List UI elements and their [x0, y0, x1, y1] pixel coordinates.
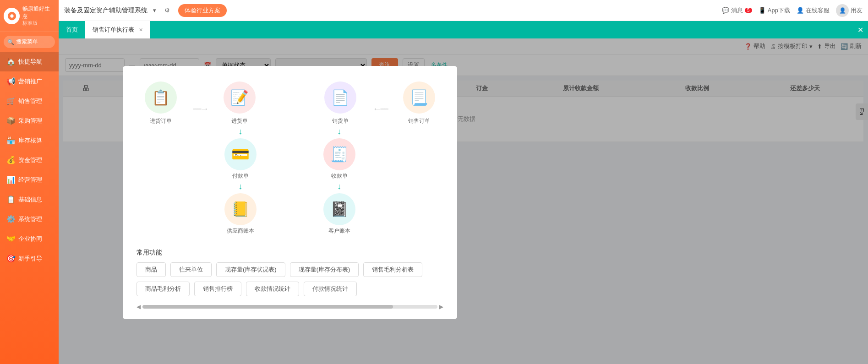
topbar-right: 💬 消息 5 📱 App下载 👤 在线客服 👤 用友 [722, 4, 863, 17]
down-arrow-receipt: ↓ [337, 127, 341, 136]
func-btn-5[interactable]: 商品毛利分析 [136, 282, 190, 296]
message-button[interactable]: 💬 消息 5 [722, 6, 752, 15]
sales-bill-node[interactable]: 📄 [324, 81, 356, 114]
sidebar-item-newbie[interactable]: 🎯 新手引导 [0, 249, 59, 268]
nav-tabs: 首页 销售订单执行表 ✕ ✕ [59, 21, 868, 38]
inventory-icon: 🏪 [6, 136, 16, 145]
sidebar-item-operations[interactable]: 📊 经营管理 [0, 170, 59, 190]
sales-bill-icon: 📄 [331, 89, 349, 106]
sidebar-item-inventory[interactable]: 🏪 库存核算 [0, 130, 59, 150]
download-icon: 📱 [759, 7, 766, 14]
purchase-order-node[interactable]: 📋 [145, 81, 177, 114]
sidebar-item-enterprise[interactable]: 🤝 企业协同 [0, 229, 59, 249]
flow-diagram-section: 📋 进货订单 - - - -→ 📝 [136, 77, 443, 244]
scrollbar-track [142, 305, 437, 309]
modal-scrollbar-area: ◀ ▶ [136, 304, 443, 310]
enterprise-icon: 🤝 [6, 234, 16, 243]
tab-close-icon[interactable]: ✕ [139, 27, 143, 33]
common-functions-title: 常用功能 [136, 249, 443, 257]
main-area: 装备及固定资产辅助管理系统 ▾ ⚙ 体验行业方案 💬 消息 5 📱 App下载 … [59, 0, 868, 364]
payment-bill-icon: 💳 [231, 146, 250, 163]
supplier-ledger-label: 供应商账本 [227, 227, 254, 235]
newbie-icon: 🎯 [6, 254, 16, 263]
arrow-sales-order-to-bill: ←- - - - [373, 103, 387, 125]
purchase-bill-icon: 📝 [230, 89, 249, 106]
sidebar-nav: 🏠 快捷导航 📢 营销推广 🛒 销售管理 📦 采购管理 🏪 库存核算 💰 [0, 52, 59, 364]
online-service-button[interactable]: 👤 在线客服 [797, 6, 830, 15]
scroll-left-btn[interactable]: ◀ [136, 304, 141, 310]
customer-ledger-node[interactable]: 📓 [323, 193, 355, 225]
sidebar-item-basic-info[interactable]: 📋 基础信息 [0, 190, 59, 209]
dashed-arrow-icon: - - - -→ [193, 103, 207, 114]
func-btn-6[interactable]: 销售排行榜 [194, 282, 241, 296]
down-arrow-supplier: ↓ [239, 182, 243, 191]
modal-scrollbar[interactable]: ◀ ▶ [136, 304, 443, 310]
user-menu[interactable]: 👤 用友 [836, 4, 863, 17]
logo-icon [4, 8, 20, 24]
down-arrow-payment: ↓ [239, 127, 243, 136]
func-btn-8[interactable]: 付款情况统计 [304, 282, 357, 296]
receipt-bill-node[interactable]: 🧾 [323, 138, 355, 170]
sidebar-item-marketing[interactable]: 📢 营销推广 [0, 71, 59, 91]
receipt-bill-label: 收款单 [331, 172, 348, 180]
message-badge: 5 [745, 8, 752, 13]
func-btn-3[interactable]: 现存量(库存分布表) [290, 262, 359, 277]
message-icon: 💬 [722, 7, 729, 14]
sales-order-flow-node[interactable]: 📃 [403, 81, 435, 114]
func-btn-2[interactable]: 现存量(库存状况表) [216, 262, 285, 277]
tab-sales-order[interactable]: 销售订单执行表 ✕ [85, 21, 150, 38]
scrollbar-thumb [142, 305, 393, 309]
payment-bill-label: 付款单 [232, 172, 249, 180]
basic-info-icon: 📋 [6, 195, 16, 204]
settings-button[interactable]: ⚙ [161, 4, 174, 17]
app-download-button[interactable]: 📱 App下载 [759, 6, 790, 15]
supplier-ledger-icon: 📒 [231, 201, 250, 218]
sidebar-item-purchase[interactable]: 📦 采购管理 [0, 111, 59, 130]
arrow-purchase-order-to-bill: - - - -→ [193, 103, 207, 125]
trial-button[interactable]: 体验行业方案 [178, 4, 227, 17]
quick-nav-icon: 🏠 [6, 57, 16, 66]
function-buttons-grid: 商品往来单位现存量(库存状况表)现存量(库存分布表)销售毛利分析表商品毛利分析销… [136, 262, 443, 296]
sidebar-item-system[interactable]: ⚙️ 系统管理 [0, 209, 59, 229]
modal-overlay: 📋 进货订单 - - - -→ 📝 [59, 38, 868, 364]
purchase-bill-label: 进货单 [231, 117, 248, 125]
sidebar-item-sales[interactable]: 🛒 销售管理 [0, 91, 59, 111]
purchase-bill-node[interactable]: 📝 [224, 81, 256, 114]
sidebar-logo: 畅康通好生意 标准版 [0, 0, 59, 32]
receipt-bill-icon: 🧾 [330, 146, 349, 163]
payment-bill-node[interactable]: 💳 [224, 138, 257, 170]
system-dropdown-icon[interactable]: ▾ [153, 7, 156, 14]
system-name: 装备及固定资产辅助管理系统 [64, 6, 147, 15]
sales-icon: 🛒 [6, 97, 16, 105]
sidebar-search[interactable]: 🔍 搜索菜单 [0, 32, 59, 52]
supplier-ledger-node[interactable]: 📒 [224, 193, 257, 225]
customer-ledger-icon: 📓 [330, 201, 349, 218]
dashed-arrow-left-icon: ←- - - - [373, 103, 387, 114]
flow-modal: 📋 进货订单 - - - -→ 📝 [123, 66, 457, 319]
func-btn-4[interactable]: 销售毛利分析表 [363, 262, 422, 277]
sales-order-flow-label: 销售订单 [408, 117, 430, 125]
tabs-close-all-button[interactable]: ✕ [857, 26, 863, 34]
content-area: ❓ 帮助 🖨 按模板打印 ▾ ⬆ 导出 🔄 刷新 [59, 38, 868, 364]
sales-bill-label: 销货单 [332, 117, 349, 125]
operations-icon: 📊 [6, 175, 16, 184]
func-btn-7[interactable]: 收款情况统计 [246, 282, 299, 296]
search-icon: 🔍 [7, 39, 14, 45]
purchase-order-label: 进货订单 [150, 117, 172, 125]
func-btn-1[interactable]: 往来单位 [170, 262, 212, 277]
finance-icon: 💰 [6, 156, 16, 164]
sidebar-item-quick-nav[interactable]: 🏠 快捷导航 [0, 52, 59, 71]
tab-home[interactable]: 首页 [59, 21, 85, 38]
purchase-order-icon: 📋 [152, 89, 170, 106]
user-avatar: 👤 [836, 4, 849, 17]
func-btn-0[interactable]: 商品 [136, 262, 166, 277]
down-arrow-customer: ↓ [337, 182, 341, 191]
customer-ledger-label: 客户账本 [328, 227, 350, 235]
logo-text: 畅康通好生意 标准版 [22, 5, 55, 26]
scroll-right-btn[interactable]: ▶ [439, 304, 443, 310]
search-menu-button[interactable]: 🔍 搜索菜单 [4, 36, 55, 48]
sales-order-icon: 📃 [410, 89, 428, 106]
common-functions-section: 常用功能 商品往来单位现存量(库存状况表)现存量(库存分布表)销售毛利分析表商品… [136, 249, 443, 296]
service-icon: 👤 [797, 7, 804, 14]
sidebar-item-finance[interactable]: 💰 资金管理 [0, 150, 59, 170]
